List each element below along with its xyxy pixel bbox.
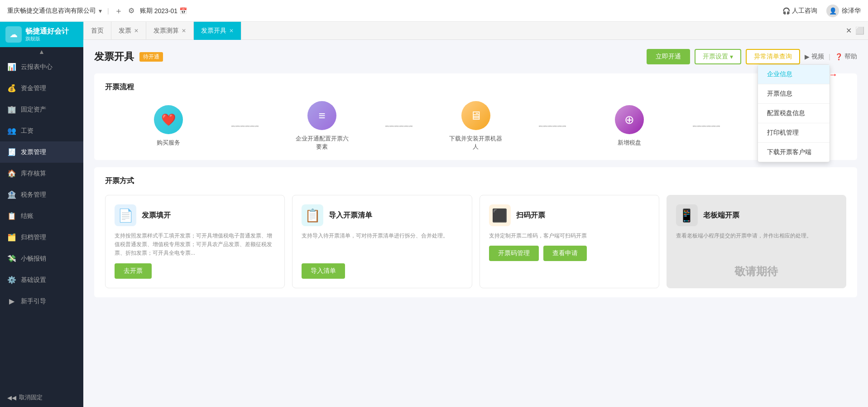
activate-button[interactable]: 立即开通 <box>647 49 690 64</box>
add-company-icon[interactable]: ＋ <box>115 5 123 16</box>
billing-card-boss-invoice: 📱 老板端开票 查看老板端小程序提交的开票申请，并作出相应的处理。 敬请期待 <box>667 195 846 288</box>
sidebar: ☁ 畅捷通好会计 旗舰版 ▲ 📊 云报表中心 💰 资金管理 🏢 固定资产 👥 <box>0 22 83 407</box>
tab-invoice-calc[interactable]: 发票测算 ✕ <box>146 22 194 40</box>
dropdown-item-printer-mgmt[interactable]: 打印机管理 <box>758 123 830 143</box>
qrcode-mgmt-button[interactable]: 开票码管理 <box>489 246 539 261</box>
flow-connector-1 <box>231 126 259 127</box>
add-tax-disk-icon: ⊕ <box>615 105 644 134</box>
report-expense-icon: 💸 <box>7 254 16 263</box>
period-value: 2023-01 <box>154 7 177 15</box>
boss-invoice-icon: 📱 <box>676 204 698 226</box>
sidebar-label-new-guide: 新手引导 <box>21 297 46 305</box>
sidebar-item-fund-mgmt[interactable]: 💰 资金管理 <box>0 78 83 99</box>
period-display: 账期 2023-01 📅 <box>140 7 187 15</box>
page-header: 发票开具 待开通 立即开通 开票设置 ▾ 企业信息 → <box>94 49 857 64</box>
status-badge: 待开通 <box>139 52 163 62</box>
separator-pipe: | <box>829 53 830 60</box>
sidebar-item-new-guide[interactable]: ▶ 新手引导 <box>0 291 83 312</box>
tab-invoice[interactable]: 发票 ✕ <box>111 22 146 40</box>
sidebar-label-accounting: 结账 <box>21 212 34 220</box>
sidebar-item-cloud-report[interactable]: 📊 云报表中心 <box>0 56 83 78</box>
dropdown-item-download-client[interactable]: 下载开票客户端 <box>758 143 830 162</box>
billing-card-import-list-header: 📋 导入开票清单 <box>302 204 462 226</box>
sidebar-item-invoice-mgmt[interactable]: 🧾 发票管理 <box>0 141 83 163</box>
sidebar-label-cloud-report: 云报表中心 <box>21 63 53 71</box>
manual-fill-icon: 📄 <box>115 204 136 226</box>
tab-invoice-calc-close-icon[interactable]: ✕ <box>182 28 186 34</box>
flow-steps: ❤️ 购买服务 ≡ 企业开通配置开票六要素 <box>105 101 846 151</box>
sidebar-item-fixed-assets[interactable]: 🏢 固定资产 <box>0 99 83 120</box>
billing-methods-section: 开票方式 📄 发票填开 支持按照发票样式手工填开发票；可开具增值税电子普通发票、… <box>94 167 857 297</box>
view-apply-button[interactable]: 查看申请 <box>543 246 587 261</box>
calendar-icon[interactable]: 📅 <box>179 7 187 15</box>
sidebar-item-inventory[interactable]: 🏠 库存核算 <box>0 163 83 184</box>
sidebar-item-payroll[interactable]: 👥 工资 <box>0 120 83 141</box>
accounting-icon: 📋 <box>7 212 16 220</box>
flow-section-title: 开票流程 <box>105 82 846 92</box>
user-info[interactable]: 👤 徐泽华 <box>826 5 861 17</box>
add-tax-disk-label: 新增税盘 <box>618 139 641 147</box>
company-selector[interactable]: 重庆畅捷交通信息咨询有限公司 ▾ <box>7 7 102 15</box>
tab-invoice-tool-close-icon[interactable]: ✕ <box>229 28 234 34</box>
basic-settings-icon: ⚙️ <box>7 276 16 284</box>
restore-tab-button[interactable]: ⬜ <box>855 26 864 35</box>
sidebar-item-accounting[interactable]: 📋 结账 <box>0 205 83 227</box>
tab-invoice-close-icon[interactable]: ✕ <box>134 28 139 34</box>
settings-dropdown: 企业信息 → 开票信息 配置税盘信息 打印机管理 <box>758 64 830 162</box>
page-content: 发票开具 待开通 立即开通 开票设置 ▾ 企业信息 → <box>83 40 868 407</box>
anomaly-button[interactable]: 异常清单查询 <box>746 49 800 64</box>
red-arrow-icon: → <box>829 69 838 80</box>
tab-invoice-tool[interactable]: 发票开具 ✕ <box>194 22 241 40</box>
sidebar-item-tax-mgmt[interactable]: 🏦 税务管理 <box>0 184 83 205</box>
help-icon: ❓ <box>835 53 843 60</box>
boss-invoice-title: 老板端开票 <box>703 211 739 220</box>
top-bar: 重庆畅捷交通信息咨询有限公司 ▾ | ＋ ⚙ 账期 2023-01 📅 🎧 人工… <box>0 0 868 22</box>
close-tab-button[interactable]: ✕ <box>846 26 852 35</box>
consult-button[interactable]: 🎧 人工咨询 <box>782 7 817 15</box>
flow-step-buy-service: ❤️ 购买服务 <box>105 105 231 147</box>
dropdown-company-info-label: 企业信息 <box>767 70 792 78</box>
tab-invoice-tool-label: 发票开具 <box>201 27 226 35</box>
sidebar-item-basic-settings[interactable]: ⚙️ 基础设置 <box>0 269 83 291</box>
flow-connector-4 <box>693 126 720 127</box>
dropdown-tax-disk-config-label: 配置税盘信息 <box>767 109 805 116</box>
billing-card-scan-invoice: ⬛ 扫码开票 支持定制开票二维码，客户端可扫码开票 开票码管理 查看申请 <box>480 195 659 288</box>
logo-sub: 旗舰版 <box>25 35 69 42</box>
separator: | <box>107 7 109 15</box>
import-list-desc: 支持导入待开票清单，可对待开票清单进行拆分、合并处理。 <box>302 232 462 240</box>
dropdown-item-tax-disk-config[interactable]: 配置税盘信息 <box>758 104 830 123</box>
import-list-button[interactable]: 导入清单 <box>302 263 345 279</box>
cloud-report-icon: 📊 <box>7 63 16 71</box>
settings-icon[interactable]: ⚙ <box>128 6 134 15</box>
dropdown-printer-mgmt-label: 打印机管理 <box>767 129 799 136</box>
dropdown-item-company-info[interactable]: 企业信息 → <box>758 65 830 84</box>
flow-connector-3 <box>539 126 566 127</box>
sidebar-item-report-expense[interactable]: 💸 小畅报销 <box>0 248 83 269</box>
sidebar-label-inventory: 库存核算 <box>21 170 46 178</box>
settings-button-label: 开票设置 <box>703 53 728 61</box>
settings-button[interactable]: 开票设置 ▾ <box>695 49 741 64</box>
flow-section: 开票流程 ❤️ 购买服务 ≡ 企业开通配置开票六要素 <box>94 73 857 160</box>
cancel-fixed-button[interactable]: ◀◀ 取消固定 <box>0 388 83 407</box>
video-button[interactable]: ▶ 视频 <box>805 53 824 61</box>
tab-invoice-calc-label: 发票测算 <box>153 27 179 35</box>
settings-chevron-icon: ▾ <box>730 53 733 60</box>
dropdown-item-invoice-info[interactable]: 开票信息 <box>758 84 830 104</box>
sidebar-item-archive[interactable]: 🗂️ 归档管理 <box>0 227 83 248</box>
fund-mgmt-icon: 💰 <box>7 84 16 92</box>
tab-invoice-label: 发票 <box>119 27 131 35</box>
tab-home[interactable]: 首页 <box>83 22 111 40</box>
sidebar-label-basic-settings: 基础设置 <box>21 276 46 284</box>
scan-invoice-icon: ⬛ <box>489 204 511 226</box>
page-header-actions: 立即开通 开票设置 ▾ 企业信息 → 开票信息 <box>647 49 857 64</box>
help-button[interactable]: ❓ 帮助 <box>835 53 857 61</box>
scroll-up-button[interactable]: ▲ <box>0 47 83 56</box>
main-area: ☁ 畅捷通好会计 旗舰版 ▲ 📊 云报表中心 💰 资金管理 🏢 固定资产 👥 <box>0 22 868 407</box>
billing-card-import-list: 📋 导入开票清单 支持导入待开票清单，可对待开票清单进行拆分、合并处理。 导入清… <box>292 195 472 288</box>
go-invoice-button[interactable]: 去开票 <box>115 263 152 279</box>
user-name: 徐泽华 <box>842 7 861 15</box>
period-label: 账期 <box>140 7 153 15</box>
logo-icon: ☁ <box>5 26 22 43</box>
import-list-btn-container: 导入清单 <box>302 263 345 279</box>
sidebar-logo: ☁ 畅捷通好会计 旗舰版 <box>0 22 83 47</box>
